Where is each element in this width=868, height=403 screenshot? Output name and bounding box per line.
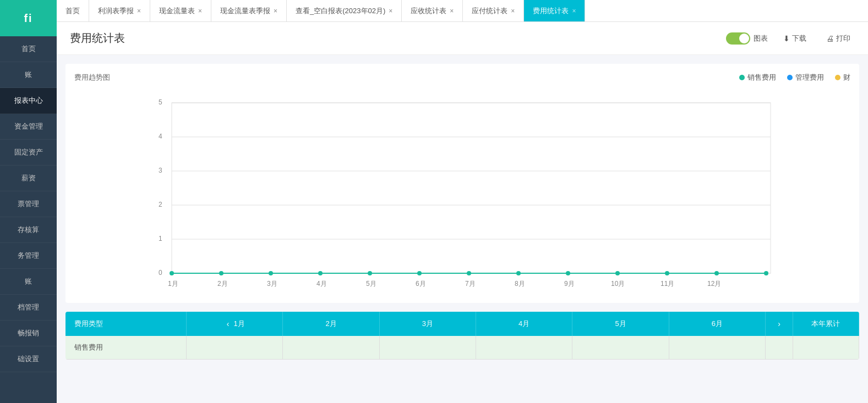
- tab-expense-stats[interactable]: 费用统计表 ×: [524, 0, 585, 22]
- chart-toggle-label: 图表: [754, 34, 768, 43]
- col-header-m2: 2月: [283, 312, 379, 336]
- sidebar: fi 首页 账 报表中心 资金管理 固定资产 薪资 票管理 存核算 务管理 账 …: [0, 0, 57, 403]
- cell-m6: [669, 336, 766, 359]
- col-header-m3: 3月: [380, 312, 476, 336]
- tab-blank-report[interactable]: 查看_空白报表(2023年02月) ×: [287, 0, 402, 22]
- svg-text:5: 5: [159, 98, 162, 106]
- svg-text:11月: 11月: [660, 280, 674, 288]
- legend-dot-finance: [835, 75, 840, 80]
- svg-point-21: [566, 271, 570, 275]
- legend-admin-expense: 管理费用: [787, 73, 824, 82]
- tab-close-profit-quarterly[interactable]: ×: [137, 7, 141, 15]
- tab-bar: 首页 利润表季报 × 现金流量表 × 现金流量表季报 × 查看_空白报表(202…: [57, 0, 868, 22]
- legend-dot-sales: [739, 75, 745, 80]
- legend-sales-expense: 销售费用: [739, 73, 776, 82]
- nav-prev-button[interactable]: ‹: [225, 318, 232, 329]
- svg-text:10月: 10月: [611, 280, 625, 288]
- svg-point-13: [170, 271, 174, 275]
- content-area: 费用统计表 图表 ⬇ 下载 🖨 打印 费用趋势图: [57, 22, 868, 403]
- svg-text:1月: 1月: [168, 280, 178, 288]
- table-header-row: 费用类型 ‹ 1月 2月 3月 4月 5月: [65, 312, 859, 336]
- legend-label-sales: 销售费用: [747, 73, 776, 82]
- chart-legend: 销售费用 管理费用 财: [739, 73, 850, 82]
- chart-toggle-group: 图表: [726, 32, 768, 45]
- download-button[interactable]: ⬇ 下载: [779, 31, 811, 46]
- chart-container: 5 4 3 2 1 0: [74, 89, 850, 294]
- chart-title: 费用趋势图: [74, 73, 110, 82]
- tab-close-blank-report[interactable]: ×: [389, 7, 392, 15]
- svg-point-23: [665, 271, 669, 275]
- tab-home[interactable]: 首页: [57, 0, 89, 22]
- svg-text:6月: 6月: [416, 280, 426, 288]
- header-actions: 图表 ⬇ 下载 🖨 打印: [726, 31, 855, 46]
- tab-close-cashflow[interactable]: ×: [198, 7, 202, 15]
- chart-title-row: 费用趋势图 销售费用 管理费用 财: [74, 73, 850, 82]
- sidebar-logo: fi: [0, 0, 57, 36]
- sidebar-item-fixed-assets[interactable]: 固定资产: [0, 140, 57, 165]
- tab-payable-stats[interactable]: 应付统计表 ×: [463, 0, 524, 22]
- sidebar-item-salary[interactable]: 薪资: [0, 165, 57, 191]
- cell-m2: [283, 336, 379, 359]
- cell-m5: [572, 336, 669, 359]
- sidebar-item-home[interactable]: 首页: [0, 36, 57, 62]
- tab-close-expense-stats[interactable]: ×: [572, 7, 576, 15]
- col-header-total: 本年累计: [793, 312, 859, 336]
- tab-close-receivable-stats[interactable]: ×: [450, 7, 454, 15]
- sidebar-item-write-off[interactable]: 畅报销: [0, 321, 57, 346]
- trend-chart: 5 4 3 2 1 0: [74, 89, 850, 292]
- tab-close-cashflow-quarterly[interactable]: ×: [274, 7, 277, 15]
- cell-nav: [766, 336, 793, 359]
- expense-table: 费用类型 ‹ 1月 2月 3月 4月 5月: [65, 312, 859, 360]
- svg-text:2: 2: [159, 201, 162, 208]
- sidebar-item-invoice-mgmt[interactable]: 票管理: [0, 191, 57, 217]
- svg-text:4: 4: [159, 133, 162, 140]
- sidebar-item-archive-mgmt[interactable]: 档管理: [0, 295, 57, 321]
- col-header-nav-next: ›: [766, 312, 793, 336]
- tab-cashflow[interactable]: 现金流量表 ×: [150, 0, 211, 22]
- svg-text:12月: 12月: [707, 280, 721, 288]
- col-header-m5: 5月: [572, 312, 669, 336]
- svg-point-19: [467, 271, 471, 275]
- svg-point-15: [269, 271, 273, 275]
- svg-text:8月: 8月: [515, 280, 525, 288]
- sidebar-item-basic-settings[interactable]: 础设置: [0, 346, 57, 372]
- sidebar-item-ledger[interactable]: 账: [0, 269, 57, 295]
- svg-point-16: [318, 271, 323, 275]
- page-header: 费用统计表 图表 ⬇ 下载 🖨 打印: [57, 22, 868, 55]
- svg-text:3: 3: [159, 167, 162, 174]
- nav-next-button[interactable]: ›: [776, 318, 783, 329]
- chart-toggle[interactable]: [726, 32, 750, 45]
- legend-finance-expense: 财: [835, 73, 850, 82]
- svg-text:1: 1: [159, 235, 162, 242]
- svg-text:5月: 5月: [366, 280, 376, 288]
- main-area: 首页 利润表季报 × 现金流量表 × 现金流量表季报 × 查看_空白报表(202…: [57, 0, 868, 403]
- sidebar-item-account[interactable]: 账: [0, 62, 57, 88]
- sidebar-item-service-mgmt[interactable]: 务管理: [0, 243, 57, 269]
- cell-total: [793, 336, 859, 359]
- cell-m1: [187, 336, 283, 359]
- svg-text:3月: 3月: [267, 280, 277, 288]
- col-header-m6: 6月: [669, 312, 766, 336]
- sidebar-item-report-center[interactable]: 报表中心: [0, 88, 57, 114]
- svg-point-17: [368, 271, 372, 275]
- svg-text:4月: 4月: [316, 280, 327, 288]
- col-header-m1: ‹ 1月: [187, 312, 283, 336]
- svg-rect-12: [172, 103, 771, 273]
- tab-profit-quarterly[interactable]: 利润表季报 ×: [89, 0, 150, 22]
- svg-point-20: [516, 271, 521, 275]
- svg-text:7月: 7月: [465, 280, 476, 288]
- print-icon: 🖨: [826, 34, 834, 43]
- download-label: 下载: [792, 34, 806, 43]
- download-icon: ⬇: [783, 34, 790, 43]
- sidebar-item-inventory[interactable]: 存核算: [0, 217, 57, 243]
- tab-close-payable-stats[interactable]: ×: [511, 7, 515, 15]
- print-button[interactable]: 🖨 打印: [822, 31, 855, 46]
- svg-text:9月: 9月: [564, 280, 575, 288]
- col-header-m4: 4月: [476, 312, 572, 336]
- sidebar-item-fund-mgmt[interactable]: 资金管理: [0, 114, 57, 140]
- chart-section: 费用趋势图 销售费用 管理费用 财: [65, 64, 859, 303]
- tab-receivable-stats[interactable]: 应收统计表 ×: [402, 0, 463, 22]
- svg-text:0: 0: [159, 269, 162, 277]
- svg-point-24: [714, 271, 719, 275]
- tab-cashflow-quarterly[interactable]: 现金流量表季报 ×: [211, 0, 287, 22]
